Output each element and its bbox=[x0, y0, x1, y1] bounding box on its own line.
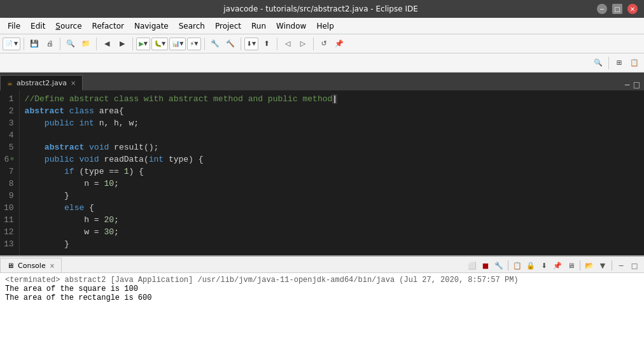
search2-btn[interactable]: 🔍 bbox=[591, 56, 605, 70]
menu-run[interactable]: Run bbox=[246, 20, 271, 32]
menu-edit[interactable]: Edit bbox=[25, 20, 50, 32]
console-scroll-end-btn[interactable]: ⬇ bbox=[538, 260, 550, 271]
console-tab[interactable]: 🖥 Console × bbox=[0, 258, 62, 272]
menu-help[interactable]: Help bbox=[311, 20, 339, 32]
toolbar2: 🔍 ⊞ 📋 bbox=[0, 53, 644, 73]
sep4 bbox=[132, 38, 133, 50]
next-annotation-btn[interactable]: ⬇ ▼ bbox=[244, 38, 259, 50]
console-sep2 bbox=[580, 260, 580, 271]
maximize-button[interactable]: □ bbox=[612, 4, 622, 14]
run-dropdown[interactable]: ▶ ▼ bbox=[136, 38, 150, 50]
tab-label: abstract2.java bbox=[17, 79, 67, 87]
kw-abstract-2: abstract bbox=[25, 106, 64, 116]
open-type-btn[interactable]: 🔍 bbox=[64, 37, 78, 51]
sep7 bbox=[277, 38, 277, 50]
console-tab-bar: 🖥 Console × ⬜ ■ 🔧 📋 🔒 ⬇ 📌 🖥 📂 ▼ bbox=[0, 257, 644, 273]
menu-navigate[interactable]: Navigate bbox=[129, 20, 174, 32]
maximize-editor-btn[interactable]: □ bbox=[633, 80, 640, 89]
console-sep3 bbox=[612, 260, 612, 271]
console-debug-term-btn[interactable]: 🔧 bbox=[493, 260, 505, 271]
menu-bar: File Edit Source Refactor Navigate Searc… bbox=[0, 18, 644, 34]
tab-close-icon[interactable]: × bbox=[71, 80, 76, 87]
annot-icon: ⬇ bbox=[247, 40, 252, 47]
pin-btn[interactable]: 📌 bbox=[332, 37, 346, 51]
line-num-10: 10 bbox=[4, 202, 14, 214]
kw-public-6: public bbox=[45, 155, 74, 164]
editor-section: ☕ abstract2.java × − □ 1 2 3 4 5 bbox=[0, 73, 644, 255]
line-num-6: 6 bbox=[4, 153, 9, 165]
kw-class-2: class bbox=[69, 106, 94, 116]
back-btn[interactable]: ◁ bbox=[281, 37, 295, 51]
console-output-line1: The area of the square is 100 bbox=[5, 285, 639, 293]
console-terminate-btn[interactable]: ■ bbox=[480, 260, 491, 271]
minimize-editor-btn[interactable]: − bbox=[624, 80, 631, 89]
kw-int-3: int bbox=[79, 118, 94, 128]
console-new-console-btn[interactable]: 🖥 bbox=[565, 260, 577, 271]
minimize-button[interactable]: − bbox=[597, 4, 607, 14]
code-line-1-comment: //Define abstract class with abstract me… bbox=[25, 94, 333, 104]
line-numbers: 1 2 3 4 5 6 ⊖ 7 8 9 10 11 12 13 bbox=[0, 90, 20, 255]
annot-chevron: ▼ bbox=[252, 41, 256, 46]
new-icon: 📄 bbox=[5, 40, 13, 47]
profile-dropdown[interactable]: ⚡ ▼ bbox=[187, 38, 200, 50]
perspectives-btn[interactable]: ⊞ bbox=[612, 56, 626, 70]
run-icon: ▶ bbox=[139, 40, 144, 47]
sep3 bbox=[96, 38, 97, 50]
editor-tab-bar: ☕ abstract2.java × − □ bbox=[0, 73, 644, 90]
prev-annotation-btn[interactable]: ⬆ bbox=[260, 37, 274, 51]
main-wrapper: javacode - tutorials/src/abstract2.java … bbox=[0, 0, 644, 338]
console-terminated-line: <terminated> abstract2 [Java Application… bbox=[5, 276, 639, 285]
console-output-line2: The area of the rectangle is 600 bbox=[5, 293, 639, 302]
sep8 bbox=[313, 38, 314, 50]
menu-refactor[interactable]: Refactor bbox=[87, 20, 129, 32]
console-scroll-lock-btn[interactable]: 🔒 bbox=[525, 260, 536, 271]
cov-chevron: ▼ bbox=[179, 41, 183, 46]
ext-tools-btn[interactable]: 🔧 bbox=[208, 37, 222, 51]
editor-tab[interactable]: ☕ abstract2.java × bbox=[0, 75, 83, 90]
menu-window[interactable]: Window bbox=[271, 20, 311, 32]
new-chevron: ▼ bbox=[14, 41, 18, 46]
console-tab-label: Console bbox=[18, 262, 46, 270]
save-all-btn[interactable]: 💾 bbox=[27, 37, 41, 51]
menu-project[interactable]: Project bbox=[210, 20, 246, 32]
debug-dropdown[interactable]: 🐛 ▼ bbox=[151, 38, 168, 50]
console-tab-close[interactable]: × bbox=[50, 262, 55, 269]
toolbar: 📄 ▼ 💾 🖨 🔍 📁 ◀ ▶ ▶ ▼ 🐛 ▼ 📊 ▼ ⚡ ▼ 🔧 🔨 bbox=[0, 34, 644, 53]
run-chevron: ▼ bbox=[144, 41, 148, 46]
close-button[interactable]: ✕ bbox=[627, 4, 638, 14]
debug-icon: 🐛 bbox=[154, 40, 162, 47]
forward-btn[interactable]: ▷ bbox=[296, 37, 310, 51]
debug-chevron: ▼ bbox=[162, 41, 165, 46]
kw-if-7: if bbox=[64, 167, 74, 176]
line-num-5: 5 bbox=[4, 141, 14, 153]
console-dropdown-btn[interactable]: ▼ bbox=[597, 260, 608, 271]
line-num-7: 7 bbox=[4, 165, 14, 178]
line-num-8: 8 bbox=[4, 178, 14, 190]
menu-search[interactable]: Search bbox=[174, 20, 210, 32]
next-edit-btn[interactable]: ▶ bbox=[115, 37, 129, 51]
menu-source[interactable]: Source bbox=[50, 20, 87, 32]
line-num-13: 13 bbox=[4, 238, 14, 250]
print-btn[interactable]: 🖨 bbox=[43, 37, 57, 51]
line-num-3: 3 bbox=[4, 117, 14, 129]
coverage-dropdown[interactable]: 📊 ▼ bbox=[169, 38, 186, 50]
console-clear-btn[interactable]: ⬜ bbox=[466, 260, 478, 271]
menu-file[interactable]: File bbox=[3, 20, 25, 32]
open-perspective-btn[interactable]: 📋 bbox=[627, 56, 641, 70]
retarget-btn[interactable]: ↺ bbox=[317, 37, 331, 51]
new-dropdown[interactable]: 📄 ▼ bbox=[3, 38, 20, 50]
console-maximize-btn[interactable]: □ bbox=[629, 260, 640, 271]
profile-icon: ⚡ bbox=[190, 40, 194, 47]
code-editor[interactable]: //Define abstract class with abstract me… bbox=[20, 90, 644, 255]
sep-t2-1 bbox=[608, 57, 609, 69]
console-minimize-btn[interactable]: − bbox=[615, 260, 627, 271]
console-open-file-btn[interactable]: 📂 bbox=[584, 260, 595, 271]
kw-abstract-5: abstract bbox=[45, 143, 84, 152]
java-file-icon: ☕ bbox=[7, 80, 13, 87]
open-resource-btn[interactable]: 📁 bbox=[79, 37, 93, 51]
console-pin-btn[interactable]: 📌 bbox=[552, 260, 563, 271]
ext-tools2-btn[interactable]: 🔨 bbox=[223, 37, 237, 51]
console-copy-output-btn[interactable]: 📋 bbox=[512, 260, 523, 271]
console-icon: 🖥 bbox=[7, 262, 14, 270]
prev-edit-btn[interactable]: ◀ bbox=[100, 37, 114, 51]
